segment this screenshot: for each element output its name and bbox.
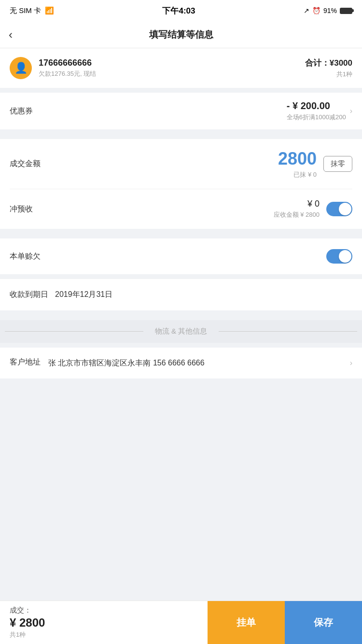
- logistics-line-right: [219, 331, 357, 332]
- bottom-bar: 成交： ¥ 2800 共1种 挂单 保存: [0, 601, 362, 644]
- flush-toggle[interactable]: [326, 202, 352, 216]
- back-button[interactable]: ‹: [9, 28, 13, 42]
- coupon-right: - ¥ 200.00 全场6折满1000减200 ›: [287, 100, 352, 122]
- flush-label: 冲预收: [10, 204, 33, 214]
- hang-button[interactable]: 挂单: [208, 601, 285, 644]
- flush-value: ¥ 0: [274, 199, 320, 209]
- battery-label: 91%: [323, 7, 337, 14]
- bottom-summary: 成交： ¥ 2800 共1种: [0, 606, 208, 639]
- flush-sub: 应收金额 ¥ 2800: [274, 210, 320, 219]
- coupon-row[interactable]: 优惠券 - ¥ 200.00 全场6折满1000减200 ›: [0, 93, 362, 129]
- debt-toggle[interactable]: [326, 249, 352, 264]
- deal-amount-row: 成交金额 2800 已抹 ¥ 0 抹零: [10, 139, 352, 189]
- deal-amount-wrapper: 2800 已抹 ¥ 0 抹零: [278, 149, 352, 179]
- address-section[interactable]: 客户地址 张 北京市市辖区海淀区永丰南 156 6666 6666 ›: [0, 348, 362, 378]
- coupon-desc: 全场6折满1000减200: [287, 113, 346, 122]
- customer-total: 合计：¥3000: [305, 57, 352, 69]
- coupon-info: - ¥ 200.00 全场6折满1000减200: [287, 100, 346, 122]
- alarm-icon: ⏰: [312, 7, 320, 14]
- nav-bar: ‹ 填写结算等信息: [0, 21, 362, 48]
- bottom-deal-label: 成交：: [10, 606, 198, 615]
- section-divider-3: [0, 315, 362, 320]
- debt-label: 本单赊欠: [10, 252, 41, 262]
- address-left: 客户地址 张 北京市市辖区海淀区永丰南 156 6666 6666: [10, 357, 205, 369]
- deal-amount-sub: 已抹 ¥ 0: [278, 170, 317, 179]
- deal-amount-info: 2800 已抹 ¥ 0: [278, 149, 317, 179]
- battery-icon: [340, 8, 352, 14]
- status-time: 下午4:03: [162, 5, 195, 16]
- date-label: 收款到期日: [10, 290, 48, 300]
- debt-row: 本单赊欠: [10, 238, 352, 274]
- deal-amount-value: 2800: [278, 149, 317, 169]
- address-value: 张 北京市市辖区海淀区永丰南 156 6666 6666: [48, 357, 205, 369]
- customer-left: 👤 17666666666 欠款1276.35元, 现结: [10, 57, 96, 79]
- customer-phone: 17666666666: [39, 58, 96, 68]
- debt-section: 本单赊欠: [0, 238, 362, 274]
- customer-count: 共1种: [305, 70, 352, 79]
- flush-right: ¥ 0 应收金额 ¥ 2800: [274, 199, 352, 219]
- round-button[interactable]: 抹零: [323, 156, 352, 172]
- wifi-icon: 📶: [45, 6, 54, 15]
- logistics-divider: 物流 & 其他信息: [0, 320, 362, 343]
- address-arrow-icon: ›: [350, 359, 352, 367]
- flush-row: 冲预收 ¥ 0 应收金额 ¥ 2800: [10, 189, 352, 229]
- page-title: 填写结算等信息: [149, 28, 213, 41]
- status-right: ↗ ⏰ 91%: [304, 7, 352, 14]
- date-value: 2019年12月31日: [55, 290, 112, 300]
- amount-section: 成交金额 2800 已抹 ¥ 0 抹零 冲预收 ¥ 0 应收金额 ¥ 2800: [0, 139, 362, 229]
- status-left: 无 SIM 卡 📶: [10, 6, 54, 15]
- gray-spacer: [0, 383, 362, 441]
- avatar: 👤: [10, 57, 32, 79]
- carrier-label: 无 SIM 卡: [10, 6, 41, 15]
- flush-amounts: ¥ 0 应收金额 ¥ 2800: [274, 199, 320, 219]
- customer-info: 17666666666 欠款1276.35元, 现结: [39, 58, 96, 78]
- coupon-label: 优惠券: [10, 106, 33, 116]
- deal-amount-label: 成交金额: [10, 159, 41, 169]
- customer-right: 合计：¥3000 共1种: [305, 57, 352, 79]
- customer-card: 👤 17666666666 欠款1276.35元, 现结 合计：¥3000 共1…: [0, 48, 362, 88]
- bottom-amount: ¥ 2800: [10, 616, 198, 630]
- date-section: 收款到期日 2019年12月31日: [0, 279, 362, 310]
- coupon-amount: - ¥ 200.00: [287, 100, 346, 112]
- location-icon: ↗: [304, 7, 309, 14]
- coupon-arrow-icon: ›: [350, 107, 352, 115]
- logistics-text: 物流 & 其他信息: [155, 327, 207, 336]
- customer-sub: 欠款1276.35元, 现结: [39, 70, 96, 78]
- address-label: 客户地址: [10, 357, 41, 367]
- section-divider-2: [0, 234, 362, 238]
- content-area: 👤 17666666666 欠款1276.35元, 现结 合计：¥3000 共1…: [0, 48, 362, 441]
- bottom-count: 共1种: [10, 630, 198, 639]
- status-bar: 无 SIM 卡 📶 下午4:03 ↗ ⏰ 91%: [0, 0, 362, 21]
- save-button[interactable]: 保存: [285, 601, 362, 644]
- logistics-line-left: [5, 331, 143, 332]
- section-divider-1: [0, 134, 362, 139]
